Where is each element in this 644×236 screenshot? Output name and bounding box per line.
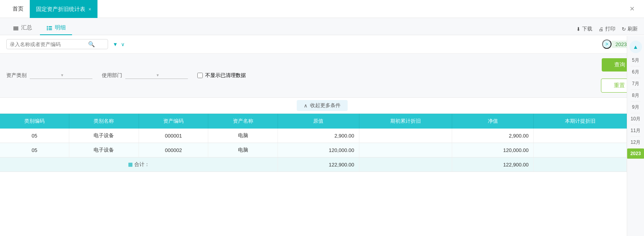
table-total-row: ▦合计： 122,900.00 122,900.00 — [0, 157, 627, 172]
nav-home[interactable]: 首页 — [6, 5, 30, 13]
collapse-label: 收起更多条件 — [310, 102, 341, 109]
refresh-button[interactable]: ↻ 刷新 — [622, 25, 638, 32]
table-header-row: 类别编码 类别名称 资产编码 资产名称 原值 期初累计折旧 净值 本期计提折旧 — [0, 114, 627, 129]
more-filter-button[interactable]: ▼ ∨ — [113, 41, 125, 47]
sidebar-month-item[interactable]: 6月 — [631, 66, 640, 78]
svg-rect-4 — [49, 26, 52, 27]
search-wrap: 🔍 — [6, 39, 108, 49]
list-icon — [46, 25, 52, 31]
collapse-up-icon: ∧ — [304, 103, 308, 109]
cell-category-code: 05 — [0, 143, 69, 157]
col-net-value: 净值 — [452, 114, 534, 129]
col-accumulated-dep: 期初累计折旧 — [359, 114, 452, 129]
download-label: 下载 — [582, 25, 592, 32]
cell-category-name: 电子设备 — [69, 129, 139, 143]
cell-period-dep — [534, 129, 627, 143]
refresh-icon: ↻ — [622, 26, 626, 32]
tab-title: 固定资产折旧统计表 — [36, 6, 85, 13]
col-period-dep: 本期计提折旧 — [534, 114, 627, 129]
filter-row: 🔍 ▼ ∨ > 2023.01 — [0, 35, 644, 54]
dept-label: 使用部门 — [102, 72, 122, 79]
cell-accumulated-dep — [359, 143, 452, 157]
print-icon: 🖨 — [599, 26, 604, 32]
hide-cleared-label: 不显示已清理数据 — [205, 72, 246, 79]
svg-point-7 — [47, 29, 48, 30]
svg-rect-2 — [13, 29, 18, 30]
cell-original-value: 2,900.00 — [278, 129, 359, 143]
refresh-label: 刷新 — [628, 25, 638, 32]
tab-detail-label: 明细 — [55, 24, 66, 31]
cell-period-dep — [534, 143, 627, 157]
total-label: ▦合计： — [0, 157, 278, 172]
cell-asset-code: 000002 — [139, 143, 208, 157]
svg-rect-6 — [49, 28, 52, 29]
total-original-value: 122,900.00 — [278, 157, 359, 172]
sidebar-month-item[interactable]: 11月 — [631, 125, 640, 137]
hide-cleared-checkbox-wrap[interactable]: 不显示已清理数据 — [197, 72, 246, 79]
col-asset-code: 资产编码 — [139, 114, 208, 129]
col-asset-name: 资产名称 — [208, 114, 278, 129]
print-label: 打印 — [605, 25, 615, 32]
cell-asset-name: 电脑 — [208, 143, 278, 157]
layers-icon — [13, 25, 19, 31]
sidebar-month-item[interactable]: 8月 — [631, 90, 640, 102]
sidebar-month-item[interactable]: 7月 — [631, 78, 640, 90]
svg-point-5 — [47, 27, 48, 29]
asset-category-arrow-icon: ▾ — [61, 73, 92, 78]
tab-detail[interactable]: 明细 — [40, 21, 72, 35]
total-net-value: 122,900.00 — [452, 157, 534, 172]
dept-select[interactable]: ▾ — [125, 72, 188, 79]
table-row: 05 电子设备 000002 电脑 120,000.00 120,000.00 — [0, 143, 627, 157]
year-badge[interactable]: 2023 — [627, 148, 644, 159]
right-sidebar: ▲ 5月6月7月8月9月10月11月12月 2023 — [627, 36, 644, 236]
cell-net-value: 2,900.00 — [452, 129, 534, 143]
svg-rect-0 — [13, 27, 18, 28]
col-original-value: 原值 — [278, 114, 359, 129]
sidebar-up-button[interactable]: ▲ — [630, 41, 642, 53]
data-table-wrap: 类别编码 类别名称 资产编码 资产名称 原值 期初累计折旧 净值 本期计提折旧 … — [0, 114, 627, 236]
action-bar: ⬇ 下载 🖨 打印 ↻ 刷新 — [576, 25, 638, 35]
total-period-dep — [534, 157, 627, 172]
download-icon: ⬇ — [576, 26, 581, 32]
cell-asset-code: 000001 — [139, 129, 208, 143]
sidebar-month-item[interactable]: 5月 — [631, 55, 640, 66]
col-category-code: 类别编码 — [0, 114, 69, 129]
sidebar-month-item[interactable]: 10月 — [631, 113, 640, 125]
tab-summary[interactable]: 汇总 — [6, 21, 38, 35]
tab-close-icon[interactable]: × — [88, 7, 91, 12]
filter-icon: ▼ — [113, 41, 118, 47]
cell-category-code: 05 — [0, 129, 69, 143]
total-accumulated-dep — [359, 157, 452, 172]
svg-rect-1 — [13, 28, 18, 29]
cell-accumulated-dep — [359, 129, 452, 143]
download-button[interactable]: ⬇ 下载 — [576, 25, 592, 32]
advanced-filter-panel: 资产类别 ▾ 使用部门 ▾ 不显示已清理数据 查询 重置 — [0, 54, 644, 98]
col-category-name: 类别名称 — [69, 114, 139, 129]
month-list: 5月6月7月8月9月10月11月12月 — [631, 55, 640, 148]
asset-category-select[interactable]: ▾ — [30, 72, 92, 79]
asset-category-label: 资产类别 — [6, 72, 27, 79]
cell-original-value: 120,000.00 — [278, 143, 359, 157]
search-input[interactable] — [10, 41, 88, 47]
search-icon[interactable]: 🔍 — [88, 41, 95, 47]
expand-arrow-button[interactable]: > — [602, 39, 612, 49]
cell-asset-name: 电脑 — [208, 129, 278, 143]
dept-filter: 使用部门 ▾ — [102, 72, 188, 79]
sidebar-month-item[interactable]: 12月 — [631, 137, 640, 148]
toolbar-tabs: 汇总 明细 ⬇ 下载 🖨 打印 ↻ 刷新 — [0, 18, 644, 35]
cell-net-value: 120,000.00 — [452, 143, 534, 157]
data-table: 类别编码 类别名称 资产编码 资产名称 原值 期初累计折旧 净值 本期计提折旧 … — [0, 114, 627, 172]
dept-arrow-icon: ▾ — [157, 73, 188, 78]
collapse-row: ∧ 收起更多条件 — [0, 98, 644, 114]
svg-point-3 — [47, 26, 48, 27]
total-icon: ▦ — [128, 161, 133, 167]
table-row: 05 电子设备 000001 电脑 2,900.00 2,900.00 — [0, 129, 627, 143]
print-button[interactable]: 🖨 打印 — [599, 25, 615, 32]
collapse-button[interactable]: ∧ 收起更多条件 — [297, 100, 348, 111]
sidebar-month-item[interactable]: 9月 — [631, 102, 640, 113]
svg-rect-8 — [49, 29, 52, 30]
active-tab[interactable]: 固定资产折旧统计表 × — [30, 0, 97, 18]
asset-category-filter: 资产类别 ▾ — [6, 72, 92, 79]
window-close-button[interactable]: ✕ — [626, 4, 638, 14]
hide-cleared-checkbox[interactable] — [197, 73, 203, 78]
